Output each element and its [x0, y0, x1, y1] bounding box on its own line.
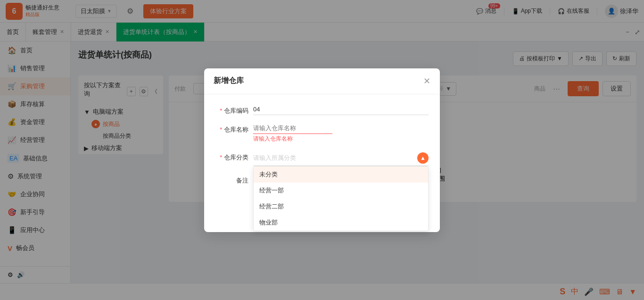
form-item-category: 仓库分类 请输入所属分类 ▲ 未分类 经营一部 经营二部 物业部 [215, 150, 429, 166]
category-input-wrap: 请输入所属分类 ▲ 未分类 经营一部 经营二部 物业部 [253, 150, 429, 166]
category-dropdown-list: 未分类 经营一部 经营二部 物业部 [253, 166, 429, 231]
form-item-code: 仓库编码 [215, 104, 429, 115]
modal-close-button[interactable]: ✕ [423, 76, 430, 86]
category-label: 仓库分类 [215, 150, 253, 162]
code-input[interactable] [253, 104, 429, 115]
name-input-wrap: 请输入仓库名称 [253, 123, 429, 143]
dropdown-item-0[interactable]: 未分类 [254, 167, 428, 183]
category-dropdown[interactable]: 请输入所属分类 ▲ [253, 150, 429, 166]
remark-label: 备注 [215, 174, 253, 185]
dropdown-item-2[interactable]: 经营二部 [254, 199, 428, 215]
new-warehouse-modal: 新增仓库 ✕ 仓库编码 仓库名称 请输入仓库名称 仓库分类 [204, 68, 440, 232]
modal-overlay[interactable]: 新增仓库 ✕ 仓库编码 仓库名称 请输入仓库名称 仓库分类 [0, 0, 644, 300]
modal-body: 仓库编码 仓库名称 请输入仓库名称 仓库分类 请输入所属分类 ▲ [204, 94, 440, 202]
modal-title: 新增仓库 [214, 76, 244, 86]
category-placeholder: 请输入所属分类 [253, 154, 296, 162]
dropdown-arrow-icon[interactable]: ▲ [417, 152, 429, 164]
dropdown-item-3[interactable]: 物业部 [254, 215, 428, 231]
form-item-name: 仓库名称 请输入仓库名称 [215, 123, 429, 143]
dropdown-item-1[interactable]: 经营一部 [254, 183, 428, 199]
name-input[interactable] [253, 123, 332, 134]
name-error-msg: 请输入仓库名称 [253, 135, 429, 143]
code-label: 仓库编码 [215, 104, 253, 115]
name-label: 仓库名称 [215, 123, 253, 134]
modal-header: 新增仓库 ✕ [204, 68, 440, 94]
